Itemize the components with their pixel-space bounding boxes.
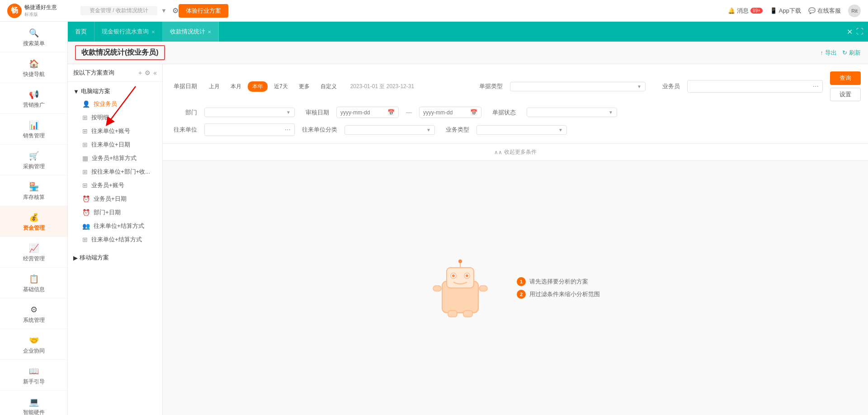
doc-type-select[interactable]: ▼ [510, 82, 646, 91]
calendar-icon-2[interactable]: 📅 [470, 109, 477, 116]
date-tab-custom[interactable]: 自定义 [316, 81, 341, 92]
dept-select[interactable]: ▼ [204, 108, 295, 117]
date-tab-last-month[interactable]: 上月 [204, 81, 224, 92]
user-avatar[interactable]: Rit [848, 5, 861, 17]
calendar-icon-1[interactable]: 📅 [387, 109, 395, 116]
sidebar-item-enterprise[interactable]: 🤝 企业协同 [0, 329, 67, 360]
scheme-item-label-detail: 按明细 [91, 113, 109, 122]
sidebar-item-purchase[interactable]: 🛒 采购管理 [0, 145, 67, 175]
export-label: 导出 [825, 49, 837, 57]
scheme-item-unit-settlement1[interactable]: 👥 往来单位+结算方式 [73, 219, 157, 233]
sidebar-label-basic: 基础信息 [23, 286, 45, 293]
business-type-chevron-icon: ▼ [558, 127, 563, 132]
scheme-group-mobile-arrow: ▶ [73, 255, 78, 261]
collapse-bar[interactable]: ∧∧ 收起更多条件 [163, 144, 868, 161]
app-layout: 🔍 搜索菜单 🏠 快捷导航 📢 营销推广 📊 销售管理 🛒 采购管理 🏪 库存核… [0, 22, 868, 415]
review-date-end[interactable]: 📅 [419, 107, 481, 118]
scheme-item-salesperson-date[interactable]: ⏰ 业务员+日期 [73, 192, 157, 206]
scheme-collapse-icon[interactable]: « [153, 69, 157, 76]
trial-button[interactable]: 体验行业方案 [179, 4, 228, 18]
sidebar-item-marketing[interactable]: 📢 营销推广 [0, 83, 67, 114]
export-button[interactable]: ↑ 导出 [821, 49, 837, 57]
empty-step-1: 1 请先选择要分析的方案 [517, 277, 600, 286]
step-num-2: 2 [517, 290, 526, 299]
marketing-icon: 📢 [29, 90, 39, 99]
refresh-label: 刷新 [849, 49, 861, 57]
date-tab-this-year[interactable]: 本年 [248, 81, 268, 92]
tab-close-all-icon[interactable]: ✕ [847, 28, 853, 36]
salesperson-select[interactable]: ··· [687, 80, 823, 93]
date-tab-more[interactable]: 更多 [294, 81, 314, 92]
filter-row-partner: 往来单位 ··· 往来单位分类 ▼ 业务类型 ▼ [170, 123, 861, 136]
scheme-item-unit-dept[interactable]: ⊞ 按往来单位+部门+收... [73, 165, 157, 179]
scheme-panel: 按以下方案查询 + ⚙ « [68, 64, 163, 415]
date-tab-this-month[interactable]: 本月 [226, 81, 246, 92]
messages-btn[interactable]: 🔔 消息 99+ [728, 7, 763, 15]
tab-bank[interactable]: 现金银行流水查询 × [94, 22, 163, 42]
review-date-end-input[interactable] [423, 109, 468, 116]
scheme-item-by-salesperson[interactable]: 👤 按业务员 [73, 97, 157, 111]
sidebar-item-search[interactable]: 🔍 搜索菜单 [0, 22, 67, 52]
scheme-item-salesperson-account[interactable]: ⊞ 业务员+账号 [73, 179, 157, 192]
robot-svg [431, 259, 490, 317]
tab-receipt[interactable]: 收款情况统计 × [163, 22, 219, 42]
online-service-btn[interactable]: 💬 在线客服 [808, 7, 841, 15]
step-label-1: 请先选择要分析的方案 [529, 278, 588, 286]
settings-button[interactable]: 设置 [830, 88, 861, 101]
business-type-select[interactable]: ▼ [476, 125, 567, 135]
scheme-settings-icon[interactable]: ⚙ [145, 69, 151, 76]
refresh-button[interactable]: ↻ 刷新 [842, 49, 861, 57]
sidebar-item-hardware[interactable]: 💻 智能硬件 [0, 391, 67, 415]
tab-bank-label: 现金银行流水查询 [102, 28, 149, 36]
refresh-icon: ↻ [842, 49, 847, 56]
sidebar-item-inventory[interactable]: 🏪 库存核算 [0, 175, 67, 206]
sidebar-label-guide: 新手引导 [23, 378, 45, 386]
sidebar-item-nav[interactable]: 🏠 快捷导航 [0, 52, 67, 83]
scheme-item-unit-settlement2[interactable]: ⊞ 往来单位+结算方式 [73, 233, 157, 246]
service-icon: 💬 [808, 7, 816, 14]
sidebar-item-basic[interactable]: 📋 基础信息 [0, 268, 67, 298]
app-download-btn[interactable]: 📱 App下载 [770, 7, 801, 15]
scheme-item-label-dept-date: 部门+日期 [94, 208, 121, 217]
sidebar-item-guide[interactable]: 📖 新手引导 [0, 360, 67, 391]
tab-home-label: 首页 [75, 28, 87, 36]
sidebar-item-operation[interactable]: 📈 经营管理 [0, 237, 67, 268]
review-date-start[interactable]: 📅 [336, 107, 399, 118]
sidebar-item-system[interactable]: ⚙ 系统管理 [0, 298, 67, 329]
partner-category-select[interactable]: ▼ [344, 125, 435, 135]
scheme-item-unit-date[interactable]: ⊞ 往来单位+日期 [73, 138, 157, 151]
collapse-label: 收起更多条件 [504, 148, 537, 156]
scheme-group-pc-title[interactable]: ▼ 电脑端方案 [73, 85, 157, 97]
scheme-item-dept-date[interactable]: ⏰ 部门+日期 [73, 206, 157, 219]
messages-label: 消息 [737, 7, 749, 15]
query-button[interactable]: 查询 [830, 71, 861, 85]
tab-maximize-icon[interactable]: ⛶ [856, 28, 863, 36]
scheme-group-mobile: ▶ 移动端方案 [68, 248, 162, 265]
partner-select[interactable]: ··· [204, 123, 295, 136]
scheme-group-mobile-title[interactable]: ▶ 移动端方案 [73, 252, 157, 264]
tab-bank-close[interactable]: × [151, 28, 155, 35]
partner-dots[interactable]: ··· [285, 126, 291, 134]
scheme-item-by-detail[interactable]: ⊞ 按明细 [73, 111, 157, 124]
date-label: 单据日期 [170, 82, 197, 90]
tab-receipt-close[interactable]: × [208, 28, 212, 35]
doc-status-select[interactable]: ▼ [527, 108, 617, 117]
logo-name: 畅捷通好生意 [24, 4, 57, 11]
page-title: 收款情况统计(按业务员) [75, 45, 165, 60]
scheme-group-pc-label: 电脑端方案 [81, 87, 110, 95]
page-tab-bar: 首页 现金银行流水查询 × 收款情况统计 × ✕ ⛶ [68, 22, 868, 42]
top-bar: 畅 畅捷通好生意 标准版 资金管理 / 收款情况统计 ▼ ⚙ 体验行业方案 🔔 … [0, 0, 868, 22]
scheme-item-unit-account[interactable]: ⊞ 往来单位+账号 [73, 124, 157, 138]
finance-icon: 💰 [29, 212, 39, 222]
scheme-add-icon[interactable]: + [138, 69, 142, 76]
empty-step-2: 2 用过滤条件来缩小分析范围 [517, 290, 600, 299]
review-date-start-input[interactable] [340, 109, 386, 116]
sidebar-item-sales[interactable]: 📊 销售管理 [0, 114, 67, 145]
sidebar-item-finance[interactable]: 💰 资金管理 [0, 206, 67, 237]
scheme-item-salesperson-settlement[interactable]: ▦ 业务员+结算方式 [73, 151, 157, 165]
gear-icon[interactable]: ⚙ [172, 7, 179, 14]
tab-home[interactable]: 首页 [68, 22, 94, 42]
search-icon: 🔍 [29, 28, 39, 38]
date-tab-last7[interactable]: 近7天 [269, 81, 292, 92]
salesperson-dots[interactable]: ··· [813, 82, 819, 90]
